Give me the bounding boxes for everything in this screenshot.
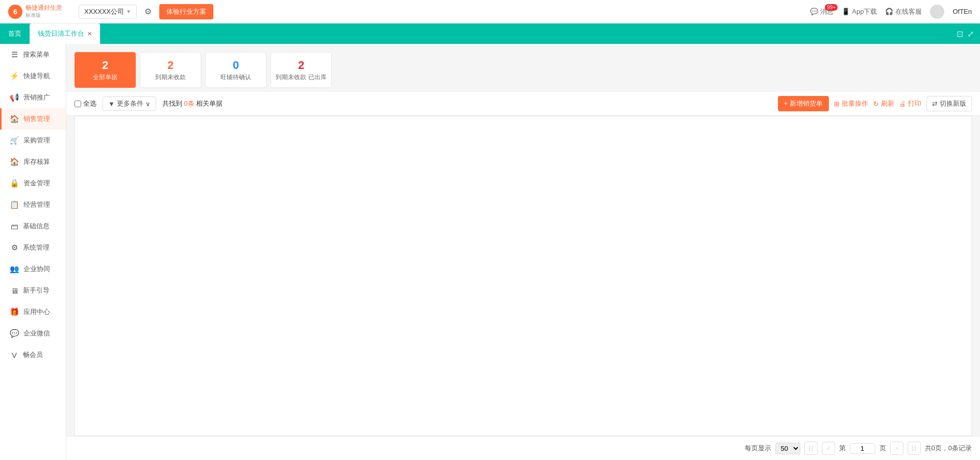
batch-operation-button[interactable]: ⊞ 批量操作: [834, 99, 868, 108]
sidebar-item-operations[interactable]: 📋 经营管理: [0, 194, 66, 215]
sidebar-quicknav-label: 快捷导航: [23, 71, 50, 81]
card-overdue-label: 到期未收款: [155, 73, 186, 82]
sidebar-item-basic-info[interactable]: 🗃 基础信息: [0, 215, 66, 237]
finance-icon: 🔒: [10, 179, 19, 188]
toolbar-right: + 新增销货单 ⊞ 批量操作 ↻ 刷新 🖨 打印 ⇄ 切换新版: [778, 96, 972, 111]
sidebar-item-newbie[interactable]: 🖥 新手引导: [0, 280, 66, 301]
card-overdue-shipped-label: 到期未收款 已出库: [276, 73, 326, 82]
newbie-icon: 🖥: [10, 286, 19, 295]
content-area: 2 全部单据 2 到期未收款 0 旺辅待确认 2 到期未收款 已出库 全选: [66, 44, 980, 460]
app-download-button[interactable]: 📱 App下载: [842, 7, 877, 16]
message-badge: 99+: [825, 4, 838, 11]
sidebar-operations-label: 经营管理: [23, 200, 50, 209]
sidebar-search-label: 搜索菜单: [23, 50, 50, 59]
message-button[interactable]: 💬 消息 99+: [810, 7, 834, 16]
sidebar-wechat-label: 企业微信: [23, 329, 50, 338]
sidebar-marketing-label: 营销推广: [23, 93, 50, 102]
tab-workbench-label: 钱货日清工作台: [38, 29, 84, 38]
top-header: 6 畅捷通好生意 标准版 XXXXXX公司 ▼ ⚙ 体验行业方案 💬 消息 99…: [0, 0, 980, 23]
print-button[interactable]: 🖨 打印: [899, 99, 921, 108]
filter-chevron-icon: ∨: [145, 100, 151, 108]
service-icon: 🎧: [885, 8, 893, 15]
card-wangfu-number: 0: [233, 59, 239, 72]
logo-icon: 6: [8, 5, 22, 19]
select-all-label: 全选: [83, 99, 96, 108]
switch-version-button[interactable]: ⇄ 切换新版: [926, 96, 972, 111]
sidebar-finance-label: 资金管理: [23, 179, 50, 188]
card-overdue-number: 2: [167, 59, 174, 72]
tab-work-bench[interactable]: 钱货日清工作台 ✕: [30, 23, 100, 44]
basic-info-icon: 🗃: [10, 222, 19, 231]
main-layout: ☰ 搜索菜单 ⚡ 快捷导航 📢 营销推广 🏠 销售管理 🛒 采购管理 🏠 库存核…: [0, 44, 980, 460]
sidebar-item-search[interactable]: ☰ 搜索菜单: [0, 44, 66, 65]
sidebar-basicinfo-label: 基础信息: [23, 222, 50, 231]
sidebar-system-label: 系统管理: [23, 243, 50, 252]
sidebar-item-quicknav[interactable]: ⚡ 快捷导航: [0, 65, 66, 87]
download-icon: 📱: [842, 8, 850, 15]
page-next-button[interactable]: ＞: [890, 442, 903, 455]
sidebar-item-app-center[interactable]: 🎁 应用中心: [0, 301, 66, 323]
select-all-input[interactable]: [75, 101, 81, 107]
sidebar-member-label: 畅会员: [23, 350, 43, 359]
pagination: 每页显示 50 ⟨⟨ ＜ 第 页 ＞ ⟩⟩ 共0页，0条记录: [66, 436, 980, 460]
sidebar-item-finance[interactable]: 🔒 资金管理: [0, 173, 66, 194]
filter-button[interactable]: ▼ 更多条件 ∨: [103, 96, 156, 111]
app-download-label: App下载: [852, 7, 877, 16]
sidebar-item-sales[interactable]: 🏠 销售管理: [0, 108, 66, 130]
sidebar-newbie-label: 新手引导: [23, 286, 50, 295]
card-wangfu-label: 旺辅待确认: [220, 73, 251, 82]
operations-icon: 📋: [10, 200, 19, 209]
tab-expand-icon[interactable]: ⤢: [967, 29, 974, 39]
purchase-icon: 🛒: [10, 136, 19, 145]
refresh-button[interactable]: ↻ 刷新: [873, 99, 894, 108]
tab-close-icon[interactable]: ✕: [87, 31, 92, 37]
page-number-input[interactable]: [850, 443, 875, 454]
batch-icon: ⊞: [834, 100, 840, 108]
page-last-button[interactable]: ⟩⟩: [908, 442, 921, 455]
system-icon: ⚙: [10, 243, 19, 252]
online-service-button[interactable]: 🎧 在线客服: [885, 7, 922, 16]
per-page-select[interactable]: 50: [775, 443, 800, 454]
quicknav-icon: ⚡: [10, 71, 19, 81]
found-count: 0条: [184, 100, 194, 107]
select-all-checkbox[interactable]: 全选: [75, 99, 96, 108]
settings-button[interactable]: ⚙: [141, 5, 155, 19]
tab-home[interactable]: 首页: [0, 23, 30, 44]
card-wangfu[interactable]: 0 旺辅待确认: [205, 52, 266, 88]
inventory-icon: 🏠: [10, 157, 19, 166]
app-center-icon: 🎁: [10, 307, 19, 317]
card-all-label: 全部单据: [93, 73, 117, 82]
sidebar-item-purchase[interactable]: 🛒 采购管理: [0, 130, 66, 151]
header-right: 💬 消息 99+ 📱 App下载 🎧 在线客服 OfTEn: [810, 5, 972, 19]
sidebar-item-wechat[interactable]: 💬 企业微信: [0, 323, 66, 344]
logo-text: 畅捷通好生意: [26, 4, 62, 12]
sidebar-purchase-label: 采购管理: [23, 136, 50, 145]
sidebar-item-enterprise[interactable]: 👥 企业协同: [0, 258, 66, 280]
member-icon: V: [10, 351, 19, 359]
table-area: [75, 116, 972, 436]
card-all-number: 2: [102, 59, 108, 72]
card-all[interactable]: 2 全部单据: [75, 52, 136, 88]
summary-cards: 2 全部单据 2 到期未收款 0 旺辅待确认 2 到期未收款 已出库: [66, 44, 980, 92]
tab-minimize-icon[interactable]: ⊡: [957, 29, 963, 39]
marketing-icon: 📢: [10, 93, 19, 102]
page-suffix: 页: [879, 444, 886, 453]
trial-button[interactable]: 体验行业方案: [159, 4, 213, 19]
avatar[interactable]: [930, 5, 944, 19]
card-overdue-shipped[interactable]: 2 到期未收款 已出库: [271, 52, 332, 88]
message-icon: 💬: [810, 8, 818, 15]
search-menu-icon: ☰: [10, 50, 19, 59]
sidebar-item-inventory[interactable]: 🏠 库存核算: [0, 151, 66, 173]
toolbar-left: 全选 ▼ 更多条件 ∨ 共找到 0条 相关单据: [75, 96, 772, 111]
card-overdue[interactable]: 2 到期未收款: [140, 52, 201, 88]
sidebar-item-system[interactable]: ⚙ 系统管理: [0, 237, 66, 258]
new-order-button[interactable]: + 新增销货单: [778, 96, 829, 111]
page-first-button[interactable]: ⟨⟨: [804, 442, 818, 455]
sidebar-inventory-label: 库存核算: [23, 157, 50, 166]
company-selector[interactable]: XXXXXX公司 ▼: [79, 5, 137, 19]
toolbar: 全选 ▼ 更多条件 ∨ 共找到 0条 相关单据 + 新增销货单 ⊞ 批量操作: [66, 92, 980, 116]
filter-icon: ▼: [108, 100, 115, 108]
sidebar-item-marketing[interactable]: 📢 营销推广: [0, 87, 66, 108]
sidebar-item-member[interactable]: V 畅会员: [0, 344, 66, 366]
page-prev-button[interactable]: ＜: [822, 442, 835, 455]
